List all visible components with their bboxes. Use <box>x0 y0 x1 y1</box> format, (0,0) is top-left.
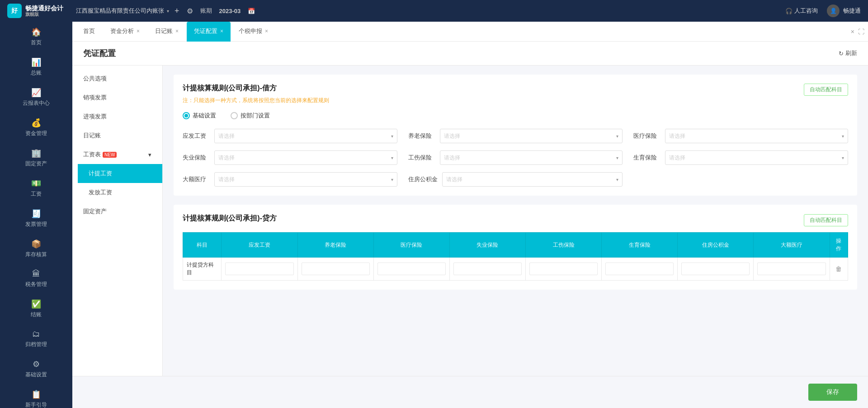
input-daeyiliao[interactable] <box>757 263 826 275</box>
sidebar-item-capital[interactable]: 💰 资金管理 <box>0 113 72 143</box>
select-arrow-yingfa: ▾ <box>391 134 393 139</box>
form-label-yingfa: 应发工资 <box>183 132 210 140</box>
period-label: 账期 <box>200 7 212 15</box>
form-select-yanglao[interactable]: 请选择 ▾ <box>440 129 623 143</box>
credit-auto-match-button[interactable]: 自动匹配科目 <box>804 214 848 226</box>
sub-sidebar-journal[interactable]: 日记账 <box>72 126 162 145</box>
sidebar: 🏠 首页 📊 总账 📈 云报表中心 💰 资金管理 🏢 固定资产 💵 工资 🧾 发… <box>0 22 72 408</box>
logo-area: 好 畅捷通好会计 旗舰版 <box>7 4 71 18</box>
tab-controls: × ⛶ <box>851 28 864 35</box>
close-all-icon[interactable]: × <box>851 28 854 35</box>
input-zhufang[interactable] <box>681 263 750 275</box>
form-select-yingfa-placeholder: 请选择 <box>218 132 235 140</box>
form-select-shengyu[interactable]: 请选择 ▾ <box>665 150 848 165</box>
radio-basic[interactable]: 基础设置 <box>183 112 216 120</box>
delete-row-button[interactable]: 🗑 <box>835 265 842 272</box>
tab-bar: 首页 资金分析 × 日记账 × 凭证配置 × 个税申报 × × ⛶ <box>72 22 868 42</box>
form-select-yanglao-placeholder: 请选择 <box>444 132 460 140</box>
input-shiye[interactable] <box>453 263 522 275</box>
debit-auto-match-button[interactable]: 自动匹配科目 <box>804 84 848 96</box>
sidebar-item-inventory[interactable]: 📦 库存核算 <box>0 234 72 264</box>
sub-sidebar-sales-label: 销项发票 <box>83 94 107 101</box>
radio-by-dept-circle <box>231 112 238 119</box>
sidebar-item-ledger[interactable]: 📊 总账 <box>0 52 72 82</box>
th-zhufang: 住房公积金 <box>678 233 754 258</box>
sidebar-label-capital: 资金管理 <box>25 130 47 137</box>
calendar-icon[interactable]: 📅 <box>248 8 255 14</box>
form-select-yingfa[interactable]: 请选择 ▾ <box>214 129 397 143</box>
settings-icon[interactable]: ⚙ <box>187 7 193 15</box>
company-arrow-icon: ▾ <box>167 9 169 14</box>
sidebar-label-tax: 税务管理 <box>25 281 47 288</box>
radio-basic-circle <box>183 112 190 119</box>
tab-journal-close[interactable]: × <box>175 28 179 34</box>
sidebar-label-inventory: 库存核算 <box>25 251 47 258</box>
cell-shengyu <box>602 258 678 281</box>
sub-sidebar-purchase-invoice[interactable]: 进项发票 <box>72 107 162 126</box>
input-yanglao[interactable] <box>302 263 370 275</box>
sidebar-item-tax[interactable]: 🏛 税务管理 <box>0 264 72 294</box>
sub-sidebar-advance-salary[interactable]: 计提工资 <box>78 164 162 183</box>
tab-journal[interactable]: 日记账 × <box>148 22 186 42</box>
sidebar-item-checkout[interactable]: ✅ 结账 <box>0 294 72 324</box>
cell-yanglao <box>297 258 373 281</box>
tab-tax-close[interactable]: × <box>265 28 268 34</box>
form-select-daeyiliao[interactable]: 请选择 ▾ <box>214 172 397 187</box>
select-arrow-zhufang: ▾ <box>616 177 618 182</box>
radio-group: 基础设置 按部门设置 <box>183 112 848 120</box>
sidebar-item-salary[interactable]: 💵 工资 <box>0 173 72 203</box>
save-button[interactable]: 保存 <box>808 384 857 401</box>
form-select-gongshang[interactable]: 请选择 ▾ <box>440 150 623 165</box>
sidebar-item-archive[interactable]: 🗂 归档管理 <box>0 324 72 354</box>
radio-by-dept[interactable]: 按部门设置 <box>231 112 270 120</box>
tab-journal-label: 日记账 <box>155 27 173 35</box>
sidebar-item-reports[interactable]: 📈 云报表中心 <box>0 82 72 113</box>
th-yingfa: 应发工资 <box>222 233 297 258</box>
input-gongshang[interactable] <box>529 263 598 275</box>
user-area[interactable]: 👤 畅捷通 <box>827 5 861 17</box>
sidebar-item-guide[interactable]: 📋 新手引导 <box>0 384 72 408</box>
tab-capital-close[interactable]: × <box>137 28 140 34</box>
sidebar-item-home[interactable]: 🏠 首页 <box>0 22 72 52</box>
salary-icon: 💵 <box>31 178 41 188</box>
page-header: 凭证配置 ↻ 刷新 <box>72 42 868 66</box>
tab-voucher[interactable]: 凭证配置 × <box>187 22 231 42</box>
sidebar-item-assets[interactable]: 🏢 固定资产 <box>0 143 72 173</box>
sub-sidebar-fixed-assets[interactable]: 固定资产 <box>72 202 162 221</box>
form-item-yanglao: 养老保险 请选择 ▾ <box>408 129 623 143</box>
sub-sidebar-public[interactable]: 公共选项 <box>72 69 162 88</box>
radio-by-dept-label: 按部门设置 <box>241 112 270 120</box>
sub-sidebar-sales-invoice[interactable]: 销项发票 <box>72 88 162 107</box>
add-icon[interactable]: + <box>175 6 179 16</box>
input-yiliao[interactable] <box>377 263 446 275</box>
refresh-label: 刷新 <box>845 49 857 57</box>
cell-yiliao <box>373 258 449 281</box>
form-select-yiliao[interactable]: 请选择 ▾ <box>665 129 848 143</box>
input-yingfa[interactable] <box>225 263 293 275</box>
form-select-shiye[interactable]: 请选择 ▾ <box>214 150 397 165</box>
sidebar-label-salary: 工资 <box>31 190 42 198</box>
top-bar: 好 畅捷通好会计 旗舰版 江西服宝精品有限责任公司内账张 ▾ + ⚙ 账期 20… <box>0 0 868 22</box>
tab-voucher-close[interactable]: × <box>220 28 223 34</box>
form-select-zhufang[interactable]: 请选择 ▾ <box>442 172 623 187</box>
form-item-shiye: 失业保险 请选择 ▾ <box>183 150 397 165</box>
sidebar-item-invoice[interactable]: 🧾 发票管理 <box>0 203 72 234</box>
select-arrow-gongshang: ▾ <box>616 155 618 160</box>
tab-voucher-label: 凭证配置 <box>194 27 217 35</box>
sub-sidebar-pay-salary[interactable]: 发放工资 <box>78 183 162 202</box>
fullscreen-icon[interactable]: ⛶ <box>858 28 864 35</box>
company-selector[interactable]: 江西服宝精品有限责任公司内账张 ▾ <box>76 7 169 15</box>
service-button[interactable]: 🎧 人工咨询 <box>785 7 818 15</box>
sub-sidebar-salary-table[interactable]: 工资表 NEW ▾ <box>72 145 162 164</box>
tab-capital[interactable]: 资金分析 × <box>103 22 147 42</box>
tab-home[interactable]: 首页 <box>76 22 102 42</box>
chevron-down-icon: ▾ <box>148 151 151 158</box>
form-select-daeyiliao-placeholder: 请选择 <box>218 176 235 183</box>
refresh-button[interactable]: ↻ 刷新 <box>839 49 857 57</box>
input-shengyu[interactable] <box>605 263 674 275</box>
form-item-gongshang: 工伤保险 请选择 ▾ <box>408 150 623 165</box>
tab-tax[interactable]: 个税申报 × <box>231 22 275 42</box>
sidebar-item-settings[interactable]: ⚙ 基础设置 <box>0 354 72 384</box>
form-item-shengyu: 生育保险 请选择 ▾ <box>633 150 848 165</box>
sub-sidebar-salary-children: 计提工资 发放工资 <box>72 164 162 202</box>
